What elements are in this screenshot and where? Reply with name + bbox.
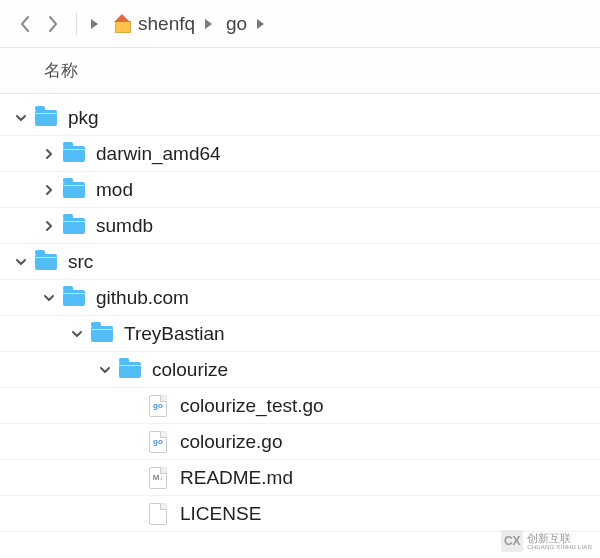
disclosure-open-icon[interactable] <box>14 255 28 269</box>
disclosure-open-icon[interactable] <box>70 327 84 341</box>
md-file-icon: M↓ <box>146 466 170 490</box>
go-file-icon: go <box>146 430 170 454</box>
tree-row[interactable]: TreyBastian <box>0 316 600 352</box>
toolbar-divider <box>76 12 77 36</box>
breadcrumb-item-go[interactable]: go <box>222 11 251 37</box>
breadcrumb-item-shenfq[interactable]: shenfq <box>108 11 199 37</box>
folder-icon <box>62 286 86 310</box>
watermark-line1: 创新互联 <box>527 533 592 544</box>
txt-file-icon <box>146 502 170 526</box>
breadcrumb-separator-icon <box>205 19 212 29</box>
tree-row[interactable]: mod <box>0 172 600 208</box>
tree-row[interactable]: gocolourize_test.go <box>0 388 600 424</box>
tree-item-label: colourize_test.go <box>180 395 324 417</box>
folder-icon <box>62 142 86 166</box>
tree-item-label: github.com <box>96 287 189 309</box>
folder-icon <box>34 106 58 130</box>
tree-item-label: src <box>68 251 93 273</box>
chevron-left-icon <box>19 15 31 33</box>
nav-forward-button[interactable] <box>42 13 64 35</box>
tree-row[interactable]: M↓README.md <box>0 460 600 496</box>
go-file-icon: go <box>146 394 170 418</box>
folder-icon <box>118 358 142 382</box>
disclosure-closed-icon[interactable] <box>42 147 56 161</box>
tree-item-label: colourize.go <box>180 431 282 453</box>
column-header-name: 名称 <box>44 59 78 82</box>
tree-row[interactable]: darwin_amd64 <box>0 136 600 172</box>
tree-row[interactable]: gocolourize.go <box>0 424 600 460</box>
tree-item-label: pkg <box>68 107 99 129</box>
disclosure-closed-icon[interactable] <box>42 183 56 197</box>
tree-item-label: mod <box>96 179 133 201</box>
breadcrumb-label: shenfq <box>138 13 195 35</box>
breadcrumb-label: go <box>226 13 247 35</box>
tree-item-label: sumdb <box>96 215 153 237</box>
disclosure-open-icon[interactable] <box>98 363 112 377</box>
folder-icon <box>62 178 86 202</box>
home-icon <box>112 14 132 34</box>
folder-icon <box>62 214 86 238</box>
disclosure-open-icon[interactable] <box>42 291 56 305</box>
folder-icon <box>90 322 114 346</box>
watermark: CX 创新互联 CHUANG XINHU LIAN <box>501 530 592 552</box>
tree-row[interactable]: sumdb <box>0 208 600 244</box>
breadcrumb-separator-icon <box>257 19 264 29</box>
folder-icon <box>34 250 58 274</box>
tree-item-label: LICENSE <box>180 503 261 525</box>
watermark-line2: CHUANG XINHU LIAN <box>527 544 592 550</box>
watermark-logo: CX <box>501 530 523 552</box>
column-header[interactable]: 名称 <box>0 48 600 94</box>
breadcrumb: shenfq go <box>89 11 270 37</box>
toolbar: shenfq go <box>0 0 600 48</box>
disclosure-closed-icon[interactable] <box>42 219 56 233</box>
tree-row[interactable]: colourize <box>0 352 600 388</box>
file-tree: pkgdarwin_amd64modsumdbsrcgithub.comTrey… <box>0 94 600 532</box>
tree-item-label: TreyBastian <box>124 323 225 345</box>
nav-back-button[interactable] <box>14 13 36 35</box>
chevron-right-icon <box>47 15 59 33</box>
tree-item-label: README.md <box>180 467 293 489</box>
tree-row[interactable]: github.com <box>0 280 600 316</box>
disclosure-open-icon[interactable] <box>14 111 28 125</box>
tree-row[interactable]: pkg <box>0 100 600 136</box>
tree-row[interactable]: src <box>0 244 600 280</box>
watermark-text: 创新互联 CHUANG XINHU LIAN <box>527 533 592 550</box>
tree-item-label: colourize <box>152 359 228 381</box>
breadcrumb-separator-icon <box>91 19 98 29</box>
tree-item-label: darwin_amd64 <box>96 143 221 165</box>
tree-row[interactable]: LICENSE <box>0 496 600 532</box>
